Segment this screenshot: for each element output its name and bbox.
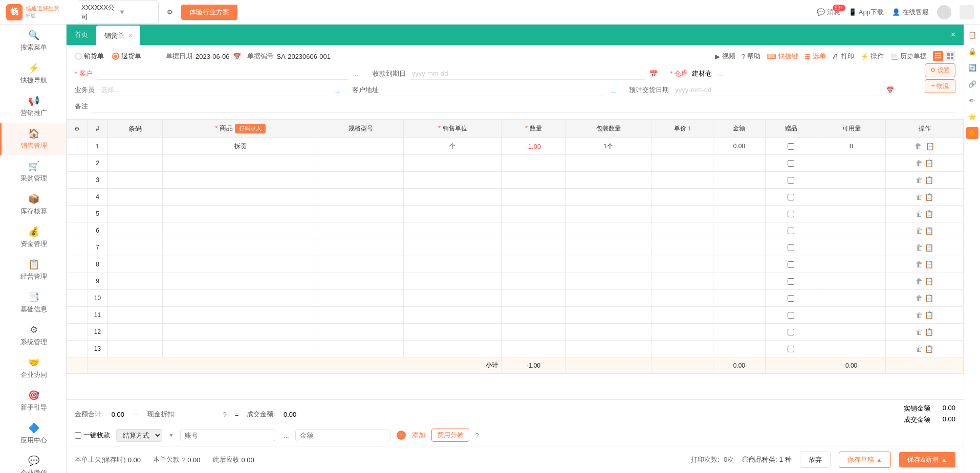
salesperson-dots[interactable]: ... xyxy=(334,86,340,94)
r12-delete-btn[interactable]: 🗑 xyxy=(914,327,924,337)
r7-pkg[interactable] xyxy=(565,239,651,256)
r12-price[interactable] xyxy=(651,324,713,341)
r13-amount[interactable] xyxy=(713,341,765,357)
r7-price[interactable] xyxy=(651,239,713,256)
r4-amount[interactable] xyxy=(713,189,765,206)
r3-amount[interactable] xyxy=(713,172,765,189)
r4-product[interactable] xyxy=(162,189,318,206)
r2-delete-btn[interactable]: 🗑 xyxy=(914,158,924,168)
r8-pkg[interactable] xyxy=(565,256,651,273)
r12-qty[interactable] xyxy=(502,324,565,341)
settings-icon[interactable]: ⚙ xyxy=(163,5,177,19)
message-button[interactable]: 💬 消息 99+ xyxy=(817,8,840,17)
r7-amount[interactable] xyxy=(713,239,765,256)
app-download-button[interactable]: 📱 App下载 xyxy=(848,8,884,17)
r7-copy-btn[interactable]: 📋 xyxy=(924,242,934,253)
r10-qty[interactable] xyxy=(502,290,565,307)
tab-bar-close-button[interactable]: × xyxy=(943,30,964,39)
r9-copy-btn[interactable]: 📋 xyxy=(924,276,934,286)
sidebar-item-marketing[interactable]: 📢 营销推广 xyxy=(0,90,66,123)
r7-barcode[interactable] xyxy=(108,239,163,256)
r3-pkg[interactable] xyxy=(565,172,651,189)
r4-pkg[interactable] xyxy=(565,189,651,206)
r12-barcode[interactable] xyxy=(108,324,163,341)
r5-unit[interactable] xyxy=(404,206,502,222)
r13-product[interactable] xyxy=(162,341,318,357)
right-sidebar-icon-4[interactable]: 🔗 xyxy=(966,78,978,90)
row1-barcode[interactable] xyxy=(108,138,163,155)
r5-gift-checkbox[interactable] xyxy=(788,211,794,217)
r4-qty[interactable] xyxy=(502,189,565,206)
tab-sales-order[interactable]: 销货单 × xyxy=(96,26,140,46)
sidebar-item-search[interactable]: 🔍 搜索菜单 xyxy=(0,25,66,57)
help-btn[interactable]: ? 帮助 xyxy=(742,52,760,61)
r8-unit[interactable] xyxy=(404,256,502,273)
settings-button[interactable]: ⚙ 设置 xyxy=(925,63,955,77)
r13-copy-btn[interactable]: 📋 xyxy=(924,344,934,354)
r8-delete-btn[interactable]: 🗑 xyxy=(914,259,924,269)
r5-barcode[interactable] xyxy=(108,206,163,222)
r10-delete-btn[interactable]: 🗑 xyxy=(914,293,924,303)
customer-input[interactable] xyxy=(97,67,349,80)
r12-gift[interactable] xyxy=(765,324,817,341)
r9-barcode[interactable] xyxy=(108,273,163,290)
r7-gift-checkbox[interactable] xyxy=(788,244,794,251)
r3-product[interactable] xyxy=(162,172,318,189)
online-service-button[interactable]: 👤 在线客服 xyxy=(892,8,929,17)
r8-barcode[interactable] xyxy=(108,256,163,273)
r11-gift-checkbox[interactable] xyxy=(788,312,794,319)
sidebar-item-purchase[interactable]: 🛒 采购管理 xyxy=(0,155,66,188)
r2-pkg[interactable] xyxy=(565,155,651,172)
r11-qty[interactable] xyxy=(502,307,565,324)
logistics-button[interactable]: + 物流 xyxy=(925,79,955,93)
right-sidebar-icon-3[interactable]: 🔄 xyxy=(966,61,978,74)
r9-spec[interactable] xyxy=(318,273,404,290)
r7-delete-btn[interactable]: 🗑 xyxy=(914,242,924,253)
abandon-button[interactable]: 放弃 xyxy=(800,452,831,468)
row1-copy-btn[interactable]: 📋 xyxy=(925,141,935,151)
r3-delete-btn[interactable]: 🗑 xyxy=(914,175,924,185)
r2-copy-btn[interactable]: 📋 xyxy=(924,158,934,168)
r6-copy-btn[interactable]: 📋 xyxy=(924,226,934,236)
history-btn[interactable]: 📃 历史单据 xyxy=(890,52,927,61)
r10-gift-checkbox[interactable] xyxy=(788,295,794,302)
r2-unit[interactable] xyxy=(404,155,502,172)
warehouse-dots[interactable]: ... xyxy=(718,70,724,78)
r7-unit[interactable] xyxy=(404,239,502,256)
r12-pkg[interactable] xyxy=(565,324,651,341)
expected-date-calendar-icon[interactable]: 📅 xyxy=(886,86,894,94)
owed-info-icon[interactable]: ? xyxy=(182,456,185,464)
r11-price[interactable] xyxy=(651,307,713,324)
settle-method-select[interactable]: 结算方式 xyxy=(116,429,162,442)
company-select[interactable]: XXXXXX公司 ▼ xyxy=(77,1,159,24)
r11-product[interactable] xyxy=(162,307,318,324)
r3-barcode[interactable] xyxy=(108,172,163,189)
r10-spec[interactable] xyxy=(318,290,404,307)
right-sidebar-icon-1[interactable]: 📋 xyxy=(966,29,978,41)
r11-barcode[interactable] xyxy=(108,307,163,324)
r5-amount[interactable] xyxy=(713,206,765,222)
r8-gift-checkbox[interactable] xyxy=(788,261,794,268)
r10-product[interactable] xyxy=(162,290,318,307)
customer-addr-input[interactable] xyxy=(383,84,605,96)
r11-spec[interactable] xyxy=(318,307,404,324)
bank-account-dots[interactable]: ... xyxy=(284,432,289,439)
r3-gift[interactable] xyxy=(765,172,817,189)
r10-amount[interactable] xyxy=(713,290,765,307)
r7-qty[interactable] xyxy=(502,239,565,256)
customer-dots[interactable]: ... xyxy=(355,70,360,78)
salesperson-input[interactable] xyxy=(99,84,328,96)
r4-price[interactable] xyxy=(651,189,713,206)
r8-amount[interactable] xyxy=(713,256,765,273)
r6-spec[interactable] xyxy=(318,222,404,239)
tab-close-icon[interactable]: × xyxy=(128,32,132,39)
right-sidebar-icon-2[interactable]: 🔒 xyxy=(966,45,978,57)
r2-spec[interactable] xyxy=(318,155,404,172)
th-settings[interactable]: ⚙ xyxy=(67,120,88,138)
user-avatar[interactable] xyxy=(937,5,951,19)
r4-copy-btn[interactable]: 📋 xyxy=(924,192,934,202)
one-click-payment-toggle[interactable]: 一键收款 xyxy=(75,431,110,440)
r3-gift-checkbox[interactable] xyxy=(788,177,794,184)
sidebar-item-inventory[interactable]: 📦 库存核算 xyxy=(0,188,66,221)
r2-gift[interactable] xyxy=(765,155,817,172)
